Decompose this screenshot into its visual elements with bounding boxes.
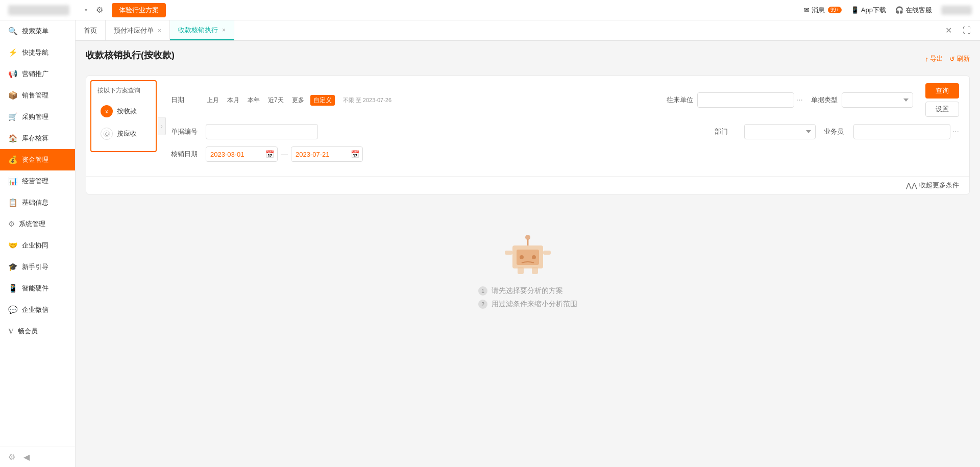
sidebar-item-label: 库存核算 (22, 134, 48, 143)
empty-step-1-text: 请先选择要分析的方案 (492, 286, 563, 296)
staff-more-icon[interactable]: ··· (952, 127, 959, 136)
sidebar-item-vip[interactable]: V 畅会员 (0, 321, 75, 342)
doc-type-select[interactable] (842, 92, 913, 108)
system-icon: ⚙ (8, 219, 15, 229)
verify-date-label: 核销日期 (171, 150, 198, 159)
user-avatar[interactable] (941, 6, 972, 15)
sidebar-item-label: 基础信息 (22, 198, 48, 207)
sidebar-item-label: 资金管理 (22, 155, 48, 164)
staff-label: 业务员 (824, 127, 849, 136)
step-1-number: 1 (478, 286, 487, 296)
receipt-verify-tab-label: 收款核销执行 (178, 26, 218, 35)
date-label: 日期 (171, 95, 197, 105)
custom-date-btn[interactable]: 自定义 (310, 95, 335, 106)
svg-rect-10 (505, 251, 512, 255)
receipt-verify-tab-close[interactable]: × (222, 27, 226, 34)
refresh-button[interactable]: ↺ 刷新 (949, 54, 970, 63)
partner-label: 往来单位 (667, 95, 693, 105)
this-year-btn[interactable]: 本年 (246, 95, 262, 106)
prepay-tab-close[interactable]: × (158, 27, 161, 34)
filter-row-1: 日期 上月 本月 本年 近7天 更多 自定义 不限 至 2023-07-26 (171, 83, 959, 117)
verify-date-from-input[interactable] (206, 148, 262, 161)
sidebar-bottom: ⚙ ◀ (0, 447, 75, 467)
partner-more-icon[interactable]: ··· (796, 95, 803, 105)
filter-row-2: 单据编号 部门 业务员 ··· (171, 124, 959, 139)
finance-icon: 💰 (8, 155, 18, 164)
app-download-label: App下载 (861, 6, 886, 15)
home-tab-label: 首页 (84, 26, 97, 35)
filter-row-3: 核销日期 📅 — 📅 (171, 146, 959, 162)
partner-input[interactable] (697, 92, 794, 108)
receipt-icon: ¥ (101, 105, 113, 117)
sidebar-item-search[interactable]: 🔍 搜索菜单 (0, 20, 75, 42)
sidebar-item-management[interactable]: 📊 经营管理 (0, 170, 75, 192)
verify-date-from-calendar-icon[interactable]: 📅 (262, 150, 277, 158)
page-title: 收款核销执行(按收款) (86, 49, 175, 61)
settings-button[interactable]: ⚙ (92, 3, 107, 17)
tab-close-all-button[interactable]: ✕ (941, 23, 955, 38)
more-dates-btn[interactable]: 更多 (290, 95, 306, 106)
svg-rect-13 (532, 267, 538, 274)
basic-info-icon: 📋 (8, 198, 18, 207)
sidebar-item-wechat[interactable]: 💬 企业微信 (0, 299, 75, 321)
sidebar: 🔍 搜索菜单 ⚡ 快捷导航 📢 营销推广 📦 销售管理 🛒 采购管理 🏠 库存核… (0, 20, 76, 467)
industry-solution-button[interactable]: 体验行业方案 (112, 3, 166, 17)
tab-bar-actions: ✕ ⛶ (941, 23, 980, 38)
sidebar-collapse-button[interactable]: ◀ (23, 452, 30, 462)
sidebar-item-inventory[interactable]: 🏠 库存核算 (0, 128, 75, 149)
empty-illustration (502, 225, 553, 276)
sidebar-item-hardware[interactable]: 📱 智能硬件 (0, 278, 75, 299)
quick-nav-icon: ⚡ (8, 48, 18, 57)
export-button[interactable]: ↑ 导出 (925, 54, 944, 63)
panel-collapse-button[interactable]: › (158, 117, 166, 135)
query-type-by-receipt[interactable]: ¥ 按收款 (95, 101, 152, 121)
page-content: 收款核销执行(按收款) ↑ 导出 ↺ 刷新 (76, 41, 980, 467)
query-button[interactable]: 查询 (925, 83, 959, 99)
dept-select[interactable] (744, 124, 816, 139)
staff-input[interactable] (853, 124, 950, 139)
partner-filter: 往来单位 ··· (667, 92, 803, 108)
sidebar-item-marketing[interactable]: 📢 营销推广 (0, 63, 75, 85)
customer-service-button[interactable]: 🎧 在线客服 (895, 6, 932, 15)
tab-prepay[interactable]: 预付冲应付单 × (106, 20, 170, 40)
app-download-button[interactable]: 📱 App下载 (851, 6, 886, 15)
sidebar-item-purchase[interactable]: 🛒 采购管理 (0, 106, 75, 128)
purchase-icon: 🛒 (8, 112, 18, 121)
doc-no-input[interactable] (206, 124, 318, 139)
receivable-icon: ⏱ (101, 128, 113, 140)
sidebar-item-system[interactable]: ⚙ 系统管理 (0, 213, 75, 235)
verify-date-to-input[interactable] (291, 148, 348, 161)
sidebar-item-label: 新手引导 (22, 262, 48, 272)
customer-service-label: 在线客服 (905, 6, 932, 15)
sidebar-item-sales[interactable]: 📦 销售管理 (0, 85, 75, 106)
tab-home[interactable]: 首页 (76, 20, 106, 40)
collapse-arrows-icon: ⋀⋀ (906, 182, 917, 189)
sidebar-item-label: 快捷导航 (22, 48, 48, 57)
collapse-more-button[interactable]: ⋀⋀ 收起更多条件 (86, 176, 969, 194)
filter-settings-button[interactable]: 设置 (925, 102, 959, 117)
last-month-btn[interactable]: 上月 (205, 95, 221, 106)
staff-filter: 业务员 ··· (824, 124, 959, 139)
sidebar-item-basic-info[interactable]: 📋 基础信息 (0, 192, 75, 213)
main-layout: 🔍 搜索菜单 ⚡ 快捷导航 📢 营销推广 📦 销售管理 🛒 采购管理 🏠 库存核… (0, 20, 980, 467)
query-type-receivable-label: 按应收 (117, 129, 137, 138)
verify-date-from-wrap: 📅 (206, 146, 278, 162)
sidebar-item-finance[interactable]: 💰 资金管理 (0, 149, 75, 170)
verify-date-to-calendar-icon[interactable]: 📅 (348, 150, 362, 158)
sidebar-settings-button[interactable]: ⚙ (8, 452, 15, 462)
tab-expand-button[interactable]: ⛶ (960, 23, 974, 38)
sidebar-item-tutorial[interactable]: 🎓 新手引导 (0, 256, 75, 278)
tab-receipt-verify[interactable]: 收款核销执行 × (170, 20, 234, 40)
sidebar-item-label: 系统管理 (19, 219, 45, 229)
query-type-by-receivable[interactable]: ⏱ 按应收 (95, 124, 152, 144)
sidebar-item-enterprise-collab[interactable]: 🤝 企业协同 (0, 235, 75, 256)
workspace-dropdown[interactable]: ▾ (85, 7, 87, 13)
management-icon: 📊 (8, 177, 18, 186)
last-7-days-btn[interactable]: 近7天 (266, 95, 286, 106)
sidebar-item-label: 销售管理 (22, 91, 48, 100)
verify-date-range: 📅 — 📅 (206, 146, 363, 162)
this-month-btn[interactable]: 本月 (225, 95, 241, 106)
empty-step-2-text: 用过滤条件来缩小分析范围 (492, 300, 577, 309)
sidebar-item-quick-nav[interactable]: ⚡ 快捷导航 (0, 42, 75, 63)
messages-button[interactable]: ✉ 消息 99+ (804, 6, 842, 15)
